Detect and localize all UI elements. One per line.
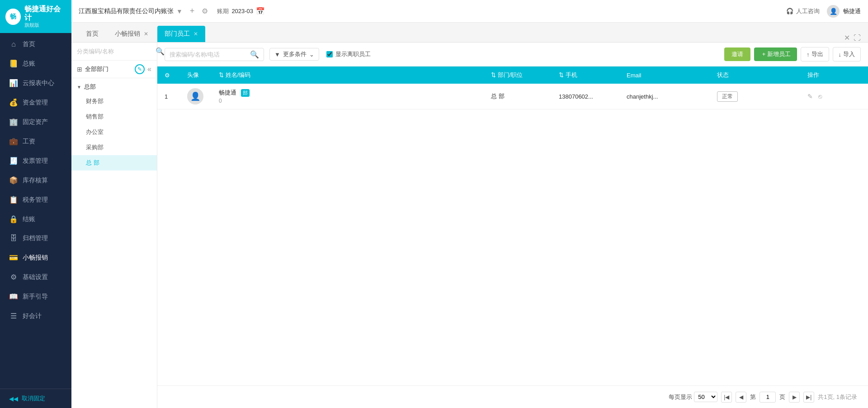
sidebar-item-salary[interactable]: 💼 工资 — [0, 132, 71, 151]
tab-dept-label: 部门员工 — [165, 30, 190, 38]
col-phone[interactable]: ⇅ 手机 — [552, 66, 619, 84]
sidebar-item-home[interactable]: ⌂ 首页 — [0, 35, 71, 54]
import-button[interactable]: ↓ 导入 — [833, 47, 861, 62]
inventory-icon: 📦 — [9, 176, 18, 185]
company-settings-icon[interactable]: ⚙ — [202, 7, 208, 15]
sidebar-item-settings[interactable]: ⚙ 基础设置 — [0, 267, 71, 287]
invite-button[interactable]: 邀请 — [724, 47, 750, 61]
cell-name: 畅捷通 部 0 — [212, 84, 484, 109]
sidebar-item-archive[interactable]: 🗄 归档管理 — [0, 229, 71, 248]
last-page-button[interactable]: ▶| — [803, 392, 814, 403]
page-total: 共1页, 1条记录 — [818, 393, 857, 401]
tab-expense-close[interactable]: ✕ — [144, 31, 148, 37]
next-page-button[interactable]: ▶ — [789, 392, 800, 403]
col-name[interactable]: ⇅ 姓名/编码 — [212, 66, 484, 84]
service-button[interactable]: 🎧 人工咨询 — [786, 7, 820, 15]
sidebar-item-closing[interactable]: 🔒 结账 — [0, 209, 71, 229]
content-area: 🔍 ⊞ 全部部门 ✎ « ▼ 总部 财务部 销售部 — [71, 43, 868, 408]
page-number-input[interactable] — [760, 392, 776, 403]
cell-avatar: 👤 — [180, 84, 212, 109]
calendar-icon[interactable]: 📅 — [256, 7, 265, 15]
topbar-right: 🎧 人工咨询 👤 畅捷通 — [786, 5, 861, 18]
sidebar-item-fixed-assets[interactable]: 🏢 固定资产 — [0, 112, 71, 132]
page-no-label: 第 — [750, 393, 756, 401]
tabbar: 首页 小畅报销 ✕ 部门员工 ✕ ✕ ⛶ — [71, 23, 868, 43]
sidebar-item-funds[interactable]: 💰 资金管理 — [0, 93, 71, 112]
sidebar-item-expense[interactable]: 💳 小畅报销 — [0, 248, 71, 267]
dept-item-sales[interactable]: 销售部 — [71, 109, 157, 124]
page-size-label: 每页显示 — [669, 393, 692, 401]
dept-item-general[interactable]: 总 部 — [71, 155, 157, 171]
user-menu[interactable]: 👤 畅捷通 — [827, 5, 861, 18]
dept-collapse-icon[interactable]: « — [147, 65, 151, 73]
dept-edit-icon[interactable]: ✎ — [135, 64, 145, 74]
show-resigned-checkbox[interactable] — [326, 51, 333, 57]
unpin-icon: ◀◀ — [9, 395, 18, 402]
guide-icon: 📖 — [9, 292, 18, 301]
import-label: 导入 — [843, 50, 855, 58]
sidebar-item-reports[interactable]: 📊 云报表中心 — [0, 73, 71, 93]
prev-page-button[interactable]: ◀ — [736, 392, 746, 403]
export-button[interactable]: ↑ 导出 — [801, 47, 829, 62]
archive-icon: 🗄 — [9, 234, 18, 242]
filter-button[interactable]: ▼ 更多条件 ⌄ — [269, 48, 319, 61]
cell-actions: ✎ ⎋ — [800, 84, 868, 109]
sidebar-item-invoice[interactable]: 🧾 发票管理 — [0, 151, 71, 171]
sidebar-item-guide[interactable]: 📖 新手引导 — [0, 287, 71, 306]
sidebar-item-label: 归档管理 — [23, 234, 48, 242]
employee-avatar: 👤 — [187, 88, 203, 104]
add-company-button[interactable]: + — [188, 6, 197, 16]
dept-item-finance[interactable]: 财务部 — [71, 94, 157, 109]
home-icon: ⌂ — [9, 40, 18, 48]
employee-code: 0 — [219, 98, 476, 104]
col-dept[interactable]: ⇅ 部门/职位 — [484, 66, 552, 84]
sidebar-unpin[interactable]: ◀◀ 取消固定 — [0, 389, 71, 408]
company-name: 江西服宝精品有限责任公司内账张 — [79, 7, 174, 15]
add-employee-button[interactable]: + 新增员工 — [754, 47, 797, 61]
tab-expense-label: 小畅报销 — [115, 30, 140, 38]
period-value[interactable]: 2023-03 — [231, 8, 253, 14]
cell-status: 正常 — [710, 84, 800, 109]
table-row: 1 👤 畅捷通 部 0 总 部 — [157, 84, 868, 109]
sidebar-item-tax[interactable]: 📋 税务管理 — [0, 190, 71, 209]
close-all-icon[interactable]: ✕ — [844, 33, 850, 42]
pagination: 每页显示 50 20 100 |◀ ◀ 第 页 ▶ ▶| 共1页, 1条记录 — [157, 385, 868, 408]
delete-button[interactable]: ⎋ — [818, 93, 822, 100]
tabbar-actions: ✕ ⛶ — [844, 33, 861, 42]
employee-toolbar: 🔍 ▼ 更多条件 ⌄ 显示离职员工 邀请 + 新增员工 — [157, 43, 868, 66]
employee-search-input[interactable] — [170, 51, 247, 58]
col-actions: 操作 — [800, 66, 868, 84]
employee-search-bar: 🔍 — [165, 48, 264, 61]
col-settings[interactable]: ⚙ — [157, 66, 180, 84]
company-selector[interactable]: 江西服宝精品有限责任公司内账张 ▼ — [79, 7, 183, 15]
dept-item-office[interactable]: 办公室 — [71, 124, 157, 140]
sidebar-item-label: 好会计 — [23, 312, 42, 320]
sidebar-item-inventory[interactable]: 📦 库存核算 — [0, 171, 71, 190]
expense-icon: 💳 — [9, 253, 18, 262]
dept-search-input[interactable] — [77, 48, 153, 55]
all-dept-label: 全部部门 — [85, 65, 132, 73]
show-resigned-group: 显示离职员工 — [326, 50, 371, 58]
cell-dept: 总 部 — [484, 84, 552, 109]
sidebar-logo[interactable]: 畅 畅捷通好会计 旗舰版 — [0, 0, 71, 33]
tab-dept-close[interactable]: ✕ — [193, 31, 198, 37]
dept-search-bar: 🔍 — [71, 43, 157, 61]
tab-expense[interactable]: 小畅报销 ✕ — [108, 26, 156, 42]
col-avatar: 头像 — [180, 66, 212, 84]
sidebar-item-label: 工资 — [23, 138, 35, 146]
sidebar-item-label: 首页 — [23, 40, 35, 48]
logo-icon: 畅 — [5, 9, 21, 25]
sidebar-item-general-ledger[interactable]: 📒 总账 — [0, 54, 71, 73]
dept-item-purchase[interactable]: 采购部 — [71, 140, 157, 155]
tab-dept-employee[interactable]: 部门员工 ✕ — [157, 26, 205, 42]
fullscreen-icon[interactable]: ⛶ — [854, 34, 861, 42]
sidebar-item-more[interactable]: ☰ 好会计 — [0, 306, 71, 326]
tab-home[interactable]: 首页 — [79, 26, 106, 42]
add-employee-label: + 新增员工 — [762, 50, 791, 58]
sidebar-item-label: 基础设置 — [23, 273, 48, 281]
page-size-select[interactable]: 50 20 100 — [694, 392, 717, 402]
employee-search-icon[interactable]: 🔍 — [250, 50, 259, 59]
dept-tree: ▼ 总部 财务部 销售部 办公室 采购部 总 部 — [71, 78, 157, 408]
edit-button[interactable]: ✎ — [807, 93, 813, 100]
first-page-button[interactable]: |◀ — [721, 392, 732, 403]
